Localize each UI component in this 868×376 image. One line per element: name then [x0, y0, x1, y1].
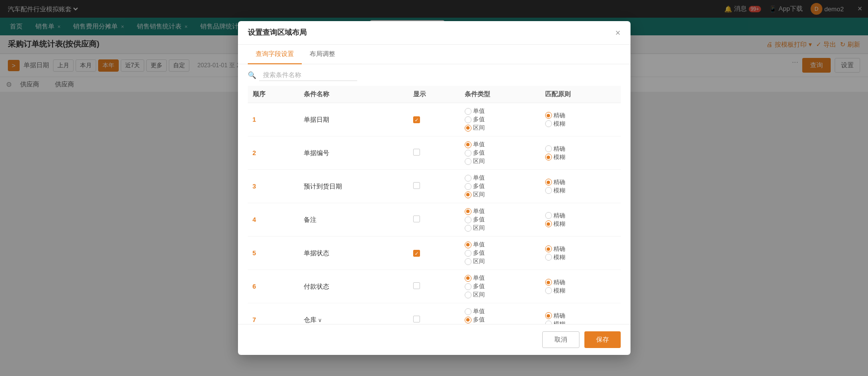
col-name-header: 条件名称	[299, 86, 408, 92]
modal-close-button[interactable]: ×	[615, 28, 621, 37]
modal-tabs: 查询字段设置 布局调整	[238, 45, 631, 64]
col-type-header: 条件类型	[460, 86, 540, 92]
col-match-header: 匹配原则	[540, 86, 621, 92]
modal-table-container: 顺序 条件名称 显示 条件类型 匹配原则 1单据日期单值多值区间精确模糊2单据编…	[238, 86, 631, 92]
modal-dialog: 设置查询区域布局 × 查询字段设置 布局调整 🔍 顺序 条件名称	[238, 21, 631, 92]
conditions-table: 顺序 条件名称 显示 条件类型 匹配原则 1单据日期单值多值区间精确模糊2单据编…	[248, 86, 621, 92]
tab-layout-adjust[interactable]: 布局调整	[302, 45, 343, 64]
tab-query-fields[interactable]: 查询字段设置	[248, 45, 302, 64]
col-order-header: 顺序	[248, 86, 299, 92]
modal-header: 设置查询区域布局 ×	[238, 21, 631, 45]
search-icon: 🔍	[248, 71, 256, 79]
modal-overlay: 设置查询区域布局 × 查询字段设置 布局调整 🔍 顺序 条件名称	[0, 0, 868, 92]
modal-title: 设置查询区域布局	[248, 28, 307, 37]
tab-layout-adjust-label: 布局调整	[310, 50, 335, 57]
modal-search-area: 🔍	[238, 64, 631, 86]
tab-query-fields-label: 查询字段设置	[256, 50, 294, 57]
search-input[interactable]	[259, 69, 357, 81]
col-display-header: 显示	[408, 86, 460, 92]
